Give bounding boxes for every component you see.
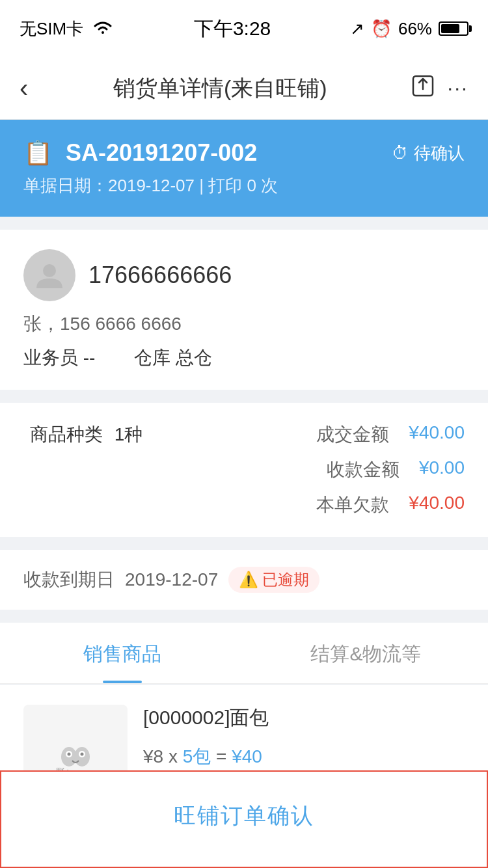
alarm-icon: ⏰ [371,19,392,39]
svg-point-7 [81,753,84,756]
location-icon: ↗ [350,19,364,39]
order-date: 单据日期：2019-12-07 | 打印 0 次 [23,174,465,197]
more-button[interactable]: ··· [447,76,468,100]
transaction-label: 成交金额 [316,422,389,447]
price-separator: = [216,746,232,766]
due-date-value: 2019-12-07 [125,569,218,590]
balance-label: 本单欠款 [316,493,389,517]
tabs-section: 销售商品 结算&物流等 [0,623,488,684]
product-info: [0000002]面包 ¥8 x 5包 = ¥40 [143,705,465,769]
customer-phone: 17666666666 [88,262,232,289]
warning-icon: ⚠️ [239,571,258,589]
battery-text: 66% [398,19,432,39]
tab-settlement[interactable]: 结算&物流等 [244,623,488,683]
status-bar: 无SIM卡 下午3:28 ↗ ⏰ 66% [0,0,488,57]
overdue-badge: ⚠️ 已逾期 [228,567,319,593]
summary-section: 商品种类 1种 成交金额 ¥40.00 收款金额 ¥0.00 本单欠款 ¥40.… [0,403,488,537]
battery-icon [439,21,468,36]
due-section: 收款到期日 2019-12-07 ⚠️ 已逾期 [0,550,488,610]
received-value: ¥0.00 [419,457,465,482]
nav-left: ‹ [20,74,28,103]
due-date-label: 收款到期日 [23,567,115,592]
customer-section: 17666666666 张，156 6666 6666 业务员 -- 仓库 总仓 [0,230,488,390]
svg-point-1 [43,264,56,277]
svg-point-6 [68,753,71,756]
order-id-row: 📋 SA-20191207-002 ⏱ 待确认 [23,139,465,167]
product-name: [0000002]面包 [143,705,465,731]
summary-left: 商品种类 1种 [23,422,142,447]
nav-bar: ‹ 销货单详情(来自旺铺) ··· [0,57,488,120]
order-id: 📋 SA-20191207-002 [23,139,257,167]
transaction-row: 成交金额 ¥40.00 [316,422,465,447]
order-status: ⏱ 待确认 [392,142,465,165]
salesperson-label: 业务员 -- [23,346,95,370]
warehouse-label: 仓库 总仓 [134,346,212,370]
confirm-btn-wrapper: 旺铺订单确认 [0,770,488,868]
summary-right: 成交金额 ¥40.00 收款金额 ¥0.00 本单欠款 ¥40.00 [316,422,465,517]
customer-row: 17666666666 [23,249,465,301]
status-time: 下午3:28 [194,16,271,42]
wifi-icon [91,18,115,40]
nav-right: ··· [412,75,468,102]
tab-sales-product[interactable]: 销售商品 [0,623,244,683]
customer-name: 张，156 6666 6666 [23,312,465,336]
balance-value: ¥40.00 [409,493,465,517]
product-qty: 5包 [183,746,211,766]
order-banner: 📋 SA-20191207-002 ⏱ 待确认 单据日期：2019-12-07 … [0,120,488,217]
received-row: 收款金额 ¥0.00 [327,457,465,482]
clock-icon: ⏱ [392,143,409,163]
product-price: ¥8 x 5包 = ¥40 [143,744,465,769]
back-button[interactable]: ‹ [20,74,28,103]
confirm-button[interactable]: 旺铺订单确认 [25,785,463,847]
page-title: 销货单详情(来自旺铺) [113,74,327,103]
status-left: 无SIM卡 [20,18,115,40]
balance-row: 本单欠款 ¥40.00 [316,493,465,517]
avatar [23,249,75,301]
customer-meta: 业务员 -- 仓库 总仓 [23,346,465,370]
product-total: ¥40 [232,746,262,766]
price-label: ¥8 x [143,746,178,766]
carrier-label: 无SIM卡 [20,18,83,40]
received-label: 收款金额 [327,457,400,482]
share-button[interactable] [412,75,434,102]
transaction-value: ¥40.00 [409,422,465,447]
status-right: ↗ ⏰ 66% [350,19,468,39]
product-type-item: 商品种类 1种 [23,422,142,447]
